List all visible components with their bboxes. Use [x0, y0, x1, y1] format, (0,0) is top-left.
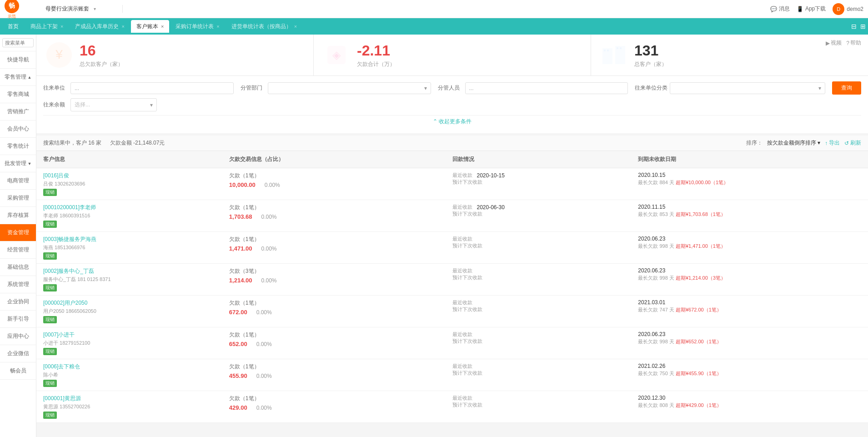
overdue-link-yin[interactable]: 超期¥1,471.00（1笔）	[676, 243, 726, 249]
repay-info-yin: 最近收款 预计下次收款	[452, 236, 638, 249]
sidebar-item-member[interactable]: 会员中心	[0, 121, 36, 138]
customer-info-0016: [0016]吕俊 吕俊 13026203696 现销	[43, 172, 229, 196]
filter-department-select[interactable]: ▾	[268, 82, 431, 94]
user-menu[interactable]: D demo2	[833, 3, 863, 15]
filter-unit-type-label: 往来单位分类	[635, 84, 667, 92]
sidebar-item-newbie[interactable]: 新手引导	[0, 311, 36, 328]
filter-balance-select[interactable]: 选择... ▾	[70, 98, 157, 111]
message-label: 消息	[779, 5, 790, 13]
stat-debt-icon: ¥	[45, 41, 73, 69]
collapse-bar[interactable]: ⌃ 收起更多条件	[43, 115, 861, 128]
tab-collapse-icon[interactable]: ⊟	[851, 23, 857, 30]
debt-amount-lao: 1,703.68	[229, 213, 252, 220]
next-collect-0016: 预计下次收款	[452, 179, 638, 186]
refresh-btn[interactable]: ↺ 刷新	[844, 139, 861, 147]
marketing-label: 营销推广	[2, 108, 34, 116]
customer-name-huang[interactable]: [000001]黄思源	[43, 395, 229, 402]
overdue-link-ding[interactable]: 超期¥1,214.00（3笔）	[676, 275, 726, 281]
sidebar-item-app-center[interactable]: 应用中心	[0, 328, 36, 345]
debt-ratio-0016: 0.00%	[265, 182, 280, 188]
tab-stock-stats-close[interactable]: ×	[294, 24, 297, 29]
retail-mgmt-label: 零售管理	[5, 73, 26, 81]
sidebar-item-system[interactable]: 系统管理	[0, 276, 36, 293]
retail-mgmt-arrow: ▲	[28, 75, 32, 80]
customer-name-chen[interactable]: [0006]去下粮仓	[43, 363, 229, 371]
sidebar-item-ecommerce[interactable]: 电商管理	[0, 172, 36, 190]
tab-home[interactable]: 首页	[2, 20, 24, 33]
filter-unit-type-select[interactable]: ▾	[670, 82, 825, 94]
overdue-info-yin: 2020.06.23 最长欠款 998 天 超期¥1,471.00（1笔）	[638, 236, 861, 250]
help-link[interactable]: ?帮助	[846, 39, 861, 47]
customer-name-yin[interactable]: [0003]畅捷服务尹海燕	[43, 236, 229, 243]
tab-product-history-close[interactable]: ×	[121, 24, 124, 29]
video-link[interactable]: ▶视频	[826, 39, 842, 47]
finance-label: 资金管理	[2, 229, 34, 236]
app-download-btn[interactable]: 📱 App下载	[797, 5, 826, 13]
overdue-link-chen[interactable]: 超期¥455.90（1笔）	[676, 371, 722, 376]
filter-from-unit-input[interactable]: ...	[70, 82, 234, 94]
customer-name-ding[interactable]: [0002]服务中心_丁磊	[43, 267, 229, 275]
table-row: [0003]畅捷服务尹海燕 海燕 18513066976 现销 欠款（1笔） 1…	[36, 232, 868, 264]
filter-from-unit: 往来单位 ...	[43, 82, 234, 94]
customer-name-2050[interactable]: [000002]用户2050	[43, 299, 229, 307]
sidebar-item-retail-mall[interactable]: 零售商城	[0, 86, 36, 103]
debt-info-0016: 欠款（1笔） 10,000.00 0.00%	[229, 172, 452, 188]
svg-rect-6	[604, 50, 606, 51]
customer-name-lao[interactable]: [00010200001]李老师	[43, 204, 229, 211]
sidebar-item-marketing[interactable]: 营销推广	[0, 103, 36, 121]
sidebar-item-retail-mgmt[interactable]: 零售管理 ▲	[0, 69, 36, 86]
overdue-link-huang[interactable]: 超期¥429.00（1笔）	[676, 402, 722, 408]
max-days-lao: 最长欠款 853 天	[638, 211, 674, 217]
search-input[interactable]	[2, 38, 34, 47]
filter-from-unit-label: 往来单位	[43, 84, 68, 92]
member-vip-label: 畅会员	[2, 367, 34, 375]
tab-customer-account[interactable]: 客户账本 ×	[131, 20, 169, 33]
sort-value[interactable]: 按欠款金额倒序排序 ▾	[767, 139, 820, 147]
tab-product-off-close[interactable]: ×	[60, 24, 63, 29]
export-btn[interactable]: ↑ 导出	[825, 139, 840, 147]
customer-name-0016[interactable]: [0016]吕俊	[43, 172, 229, 180]
tab-expand-icon[interactable]: ⊞	[860, 23, 866, 30]
newbie-label: 新手引导	[2, 315, 34, 323]
sidebar-item-finance[interactable]: 资金管理	[0, 224, 36, 241]
sidebar-item-operations[interactable]: 经营管理	[0, 241, 36, 259]
overdue-link-jing[interactable]: 超期¥652.00（1笔）	[676, 339, 722, 344]
tab-stock-stats[interactable]: 进货单统计表（按商品） ×	[226, 20, 302, 33]
operations-label: 经营管理	[2, 246, 34, 254]
overdue-link-2050[interactable]: 超期¥672.00（1笔）	[676, 307, 722, 312]
sidebar-item-purchase[interactable]: 采购管理	[0, 190, 36, 207]
top-nav-right: 💬 消息 📱 App下载 D demo2	[770, 3, 863, 15]
debt-info-ding: 欠款（3笔） 1,214.00 0.00%	[229, 267, 452, 284]
avatar: D	[833, 3, 844, 15]
result-info: 搜索结果中，客户 16 家 欠款金额 -21,148.07元	[43, 139, 165, 147]
sidebar-item-enterprise-wx[interactable]: 企业微信	[0, 345, 36, 362]
app-selector[interactable]: 母婴行业演示账套 ▾	[41, 5, 123, 13]
tab-product-off[interactable]: 商品上下架 ×	[25, 20, 69, 33]
message-btn[interactable]: 💬 消息	[770, 5, 790, 13]
debt-ratio-yin: 0.00%	[261, 246, 276, 252]
filter-department: 分管部门 ▾	[241, 82, 431, 94]
tab-purchase-order-close[interactable]: ×	[216, 24, 219, 29]
customer-name-jing[interactable]: [0007]小进干	[43, 331, 229, 339]
result-debt-amount: -21,148.07元	[133, 140, 165, 146]
filter-manager-input[interactable]: ...	[465, 82, 628, 94]
tab-purchase-order[interactable]: 采购订单统计表 ×	[170, 20, 225, 33]
overdue-link-lao[interactable]: 超期¥1,703.68（1笔）	[676, 211, 726, 217]
sidebar-item-batch-mgmt[interactable]: 批发管理 ▼	[0, 155, 36, 172]
sidebar-item-member-vip[interactable]: 畅会员	[0, 362, 36, 380]
svg-rect-8	[617, 47, 618, 49]
overdue-link-0016[interactable]: 超期¥10,000.00（1笔）	[676, 180, 728, 185]
tab-customer-account-close[interactable]: ×	[161, 24, 164, 29]
tab-product-history[interactable]: 产成品入库单历史 ×	[70, 20, 130, 33]
stat-amount-icon: ◈	[323, 41, 350, 69]
customer-info-2050: [000002]用户2050 用户2050 18665062050 现销	[43, 299, 229, 323]
filter-balance-label: 往来余额	[43, 101, 68, 109]
stat-debt-customers-value: 16	[80, 42, 123, 59]
query-button[interactable]: 查询	[832, 81, 861, 95]
sidebar-item-retail-stats[interactable]: 零售统计	[0, 138, 36, 155]
filter-manager: 分管人员 ...	[438, 82, 628, 94]
sidebar-item-basic-info[interactable]: 基础信息	[0, 259, 36, 276]
sidebar-item-warehouse[interactable]: 库存核算	[0, 207, 36, 224]
sidebar-item-quick-nav[interactable]: 快捷导航	[0, 51, 36, 69]
sidebar-item-enterprise[interactable]: 企业协同	[0, 293, 36, 311]
